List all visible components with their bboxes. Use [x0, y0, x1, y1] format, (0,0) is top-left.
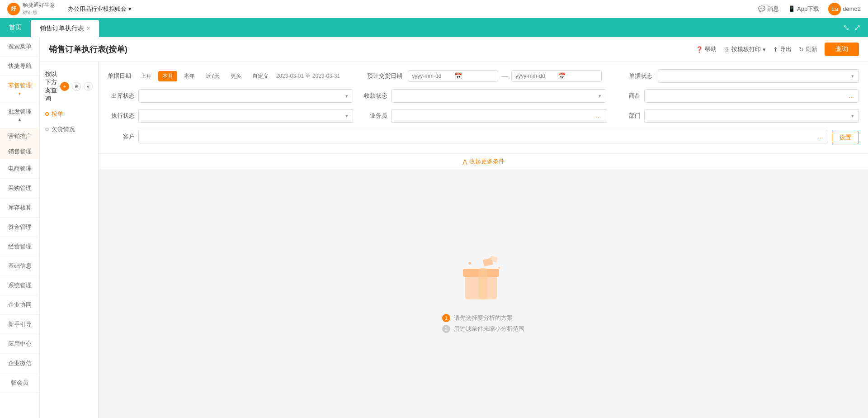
sidebar-item-retail[interactable]: 零售管理 ▾ [0, 76, 39, 102]
department-label: 部门 [613, 112, 641, 120]
date-btn-current-month[interactable]: 本月 [158, 71, 177, 81]
outbound-select[interactable]: ▾ [138, 89, 353, 103]
sidebar-item-finance[interactable]: 资金管理 [0, 218, 39, 237]
department-filter: 部门 ▾ [613, 109, 859, 123]
goods-input[interactable]: … [644, 89, 859, 103]
execution-label: 执行状态 [108, 112, 135, 120]
sidebar-item-enterprise[interactable]: 企业协同 [0, 295, 39, 315]
page-actions: ❓ 帮助 🖨 按模板打印 ▾ ⬆ 导出 ↻ 刷新 [696, 43, 859, 56]
tab-home[interactable]: 首页 [0, 18, 31, 37]
export-action[interactable]: ⬆ 导出 [773, 45, 792, 53]
execution-filter: 执行状态 ▾ [108, 109, 353, 123]
date-buttons: 上月 本月 本年 近7天 更多 自定义 [137, 71, 273, 81]
plan-edit-btn[interactable]: ⊕ [72, 82, 81, 91]
tab-bar: 首页 销售订单执行表 × ⤡ ⤢ [0, 18, 868, 37]
date-btn-year[interactable]: 本年 [180, 71, 199, 81]
app-download-action[interactable]: 📱 App下载 [788, 5, 819, 13]
sidebar-item-operations[interactable]: 经营管理 [0, 237, 39, 256]
sidebar-item-inventory[interactable]: 库存核算 [0, 198, 39, 218]
sidebar-item-apps[interactable]: 应用中心 [0, 334, 39, 354]
date-filter-group: 单据日期 上月 本月 本年 近7天 更多 自定义 2023-03-01 至 20… [108, 71, 340, 81]
sidebar-sub-marketing: 营销推广 销售管理 [0, 128, 39, 159]
query-button[interactable]: 查询 [825, 43, 859, 56]
set-button[interactable]: 设置 [832, 131, 859, 144]
collapse-button[interactable]: ⋀ 收起更多条件 [99, 153, 868, 169]
status-select[interactable]: ▾ [658, 69, 859, 83]
sidebar-sub-item-sales[interactable]: 销售管理 [0, 144, 39, 159]
sidebar-item-ecommerce[interactable]: 电商管理 [0, 159, 39, 179]
message-action[interactable]: 💬 消息 [758, 5, 779, 13]
sidebar-item-member[interactable]: 畅会员 [0, 373, 39, 393]
expected-date-label: 预计交货日期 [367, 72, 402, 80]
plan-item-0[interactable]: 按单 [40, 106, 98, 122]
export-icon: ⬆ [773, 46, 778, 53]
chevron-icon2: ▲ [18, 117, 22, 122]
tab-close-icon[interactable]: × [87, 25, 90, 32]
download-icon: 📱 [788, 5, 795, 12]
salesperson-more-icon[interactable]: … [596, 113, 601, 119]
date-btn-prev-month[interactable]: 上月 [137, 71, 156, 81]
plan-title-label: 按以下方案查询 [45, 70, 60, 103]
sidebar-item-wholesale[interactable]: 批发管理 ▲ [0, 102, 39, 128]
refresh-action[interactable]: ↻ 刷新 [799, 45, 817, 53]
sidebar-item-wechat[interactable]: 企业微信 [0, 354, 39, 373]
expected-date-start[interactable]: 📅 [408, 70, 498, 82]
expected-date-end[interactable]: 📅 [511, 70, 602, 82]
main-layout: 搜索菜单 快捷导航 零售管理 ▾ 批发管理 ▲ 营销推广 销售管理 电商管理 采… [0, 37, 868, 418]
user-action[interactable]: Ea demo2 [828, 3, 861, 15]
outbound-label: 出库状态 [108, 92, 135, 100]
calendar-start-icon[interactable]: 📅 [454, 72, 462, 80]
plan-add-btn[interactable]: + [60, 82, 69, 91]
wechat-label: 企业微信 [0, 359, 39, 367]
tab-active[interactable]: 销售订单执行表 × [31, 20, 99, 37]
empty-step-1: 1 请先选择要分析的方案 [442, 314, 524, 322]
customer-more-icon[interactable]: … [818, 133, 823, 140]
app-download-label: App下载 [797, 5, 819, 13]
left-plan-panel: 按以下方案查询 + ⊕ « 按单 欠货情况 [40, 62, 99, 418]
apps-label: 应用中心 [0, 340, 39, 348]
export-label: 导出 [780, 45, 792, 53]
chevron-down-icon: ▾ [128, 5, 132, 12]
inventory-label: 库存核算 [0, 204, 39, 212]
date-end-input[interactable] [515, 73, 556, 79]
print-chevron-icon: ▾ [763, 46, 766, 53]
help-icon: ❓ [696, 46, 703, 53]
expected-date-group: 预计交货日期 📅 — 📅 [367, 70, 602, 82]
execution-select[interactable]: ▾ [138, 109, 353, 123]
salesperson-input[interactable]: … [391, 109, 606, 123]
logo-sub: 标准版 [23, 9, 55, 16]
app-selector[interactable]: 办公用品行业模拟账套 ▾ [68, 5, 132, 13]
marketing-label: 营销推广 [8, 133, 32, 139]
customer-input[interactable]: … [138, 130, 828, 143]
date-btn-7days[interactable]: 近7天 [202, 71, 224, 81]
sidebar-item-basic[interactable]: 基础信息 [0, 256, 39, 276]
filter-panel: 单据日期 上月 本月 本年 近7天 更多 自定义 2023-03-01 至 20… [99, 62, 868, 153]
goods-more-icon[interactable]: … [849, 93, 854, 99]
plan-dot-1 [45, 128, 49, 131]
sidebar-item-guide[interactable]: 新手引导 [0, 315, 39, 334]
plan-collapse-btn[interactable]: « [84, 82, 93, 91]
date-btn-more[interactable]: 更多 [226, 71, 245, 81]
calendar-end-icon[interactable]: 📅 [558, 72, 566, 80]
split-layout: 按以下方案查询 + ⊕ « 按单 欠货情况 [40, 62, 868, 418]
guide-label: 新手引导 [0, 320, 39, 328]
help-action[interactable]: ❓ 帮助 [696, 45, 717, 53]
plan-item-1[interactable]: 欠货情况 [40, 122, 98, 137]
sidebar-item-search[interactable]: 搜索菜单 [0, 37, 39, 57]
sidebar-item-quick-nav[interactable]: 快捷导航 [0, 57, 39, 76]
tab-expand[interactable]: ⤡ ⤢ [843, 23, 868, 33]
salesperson-filter: 业务员 … [360, 109, 606, 123]
sidebar-item-system[interactable]: 系统管理 [0, 276, 39, 295]
date-range-display: 2023-03-01 至 2023-03-31 [276, 72, 340, 80]
department-select[interactable]: ▾ [644, 109, 859, 123]
avatar: Ea [828, 3, 841, 15]
sales-label: 销售管理 [8, 148, 32, 155]
status-chevron-icon: ▾ [851, 73, 854, 79]
date-start-input[interactable] [412, 73, 453, 79]
sidebar-item-purchase[interactable]: 采购管理 [0, 179, 39, 198]
collection-select[interactable]: ▾ [391, 89, 606, 103]
date-btn-custom[interactable]: 自定义 [248, 71, 273, 81]
template-print-action[interactable]: 🖨 按模板打印 ▾ [724, 45, 766, 53]
filter-row-4: 客户 … 设置 [108, 129, 859, 144]
sidebar-sub-item-marketing[interactable]: 营销推广 [0, 128, 39, 144]
